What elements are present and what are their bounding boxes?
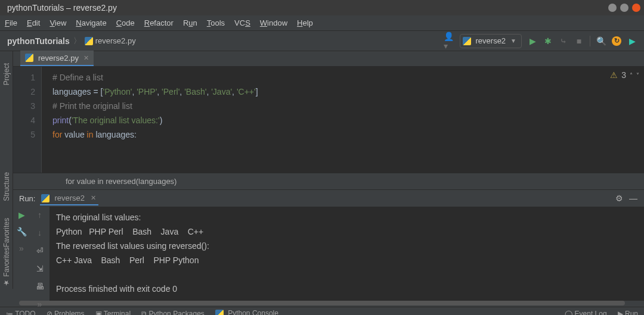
run-toolbar-left-2: ↑ ↓ ⏎ ⇲ 🖶 » <box>30 207 50 301</box>
inspection-widget[interactable]: ⚠ 3 ˄ ˅ <box>610 70 639 80</box>
run-toolbar-left: ▶ 🔧 » <box>13 207 30 301</box>
menu-run[interactable]: Run <box>183 18 197 27</box>
down-icon[interactable]: ↓ <box>35 228 45 238</box>
menu-bar: File Edit View Navigate Code Refactor Ru… <box>0 15 644 31</box>
warning-icon: ⚠ <box>610 70 618 80</box>
breadcrumbs-context[interactable]: for value in reversed(languages) <box>13 173 644 189</box>
more-icon[interactable]: » <box>17 244 26 253</box>
chevron-down-icon: ▼ <box>510 38 516 44</box>
run-header: Run: reverse2✕ ⚙ — <box>13 190 644 207</box>
breadcrumb: pythonTutorials 〉 reverse2.py <box>7 36 444 46</box>
chevron-up-icon[interactable]: ˄ <box>630 72 633 79</box>
breadcrumb-project[interactable]: pythonTutorials <box>7 36 70 46</box>
print-icon[interactable]: 🖶 <box>35 282 45 291</box>
python-icon <box>41 194 49 202</box>
favorites-toolwindow-button[interactable]: ★ FavoritesFavorites <box>2 218 11 287</box>
run-button-icon[interactable]: ▶ <box>528 36 537 46</box>
python-packages-toolwindow-button[interactable]: ⧉ Python Packages <box>141 310 205 316</box>
wrench-icon[interactable]: 🔧 <box>17 227 26 236</box>
navigation-bar: pythonTutorials 〉 reverse2.py 👤▾ reverse… <box>0 31 644 51</box>
run-config-name: reverse2 <box>476 36 506 45</box>
code-area[interactable]: 1 2 3 4 5 # Define a list languages = ['… <box>13 67 644 173</box>
problems-toolwindow-button[interactable]: ⊘ Problems <box>47 310 85 316</box>
toolbar-right: 👤▾ reverse2 ▼ ▶ ✱ ⤷ ■ 🔍 ↻ ▶ <box>444 34 637 48</box>
breadcrumb-sep-icon: 〉 <box>73 36 81 46</box>
softwrap-icon[interactable]: ⏎ <box>35 246 45 255</box>
settings-icon[interactable]: ⚙ <box>614 194 624 203</box>
run-label: Run: <box>19 194 35 203</box>
code-lines[interactable]: # Define a list languages = ['Python', '… <box>42 67 644 173</box>
coverage-button-icon[interactable]: ⤷ <box>559 36 568 46</box>
menu-help[interactable]: Help <box>297 18 313 27</box>
horizontal-scrollbar[interactable] <box>19 301 625 305</box>
window-title: pythonTutorials – reverse2.py <box>4 3 605 13</box>
menu-edit[interactable]: Edit <box>27 18 40 27</box>
left-tool-stripe-bottom: Structure ★ FavoritesFavorites <box>0 170 13 289</box>
run-tab[interactable]: reverse2✕ <box>40 191 98 205</box>
more-icon-2[interactable]: » <box>35 300 45 309</box>
python-icon <box>215 310 224 315</box>
bottom-tool-stripe: ≔ TODO ⊘ Problems ▣ Terminal ⧉ Python Pa… <box>0 307 644 315</box>
menu-navigate[interactable]: Navigate <box>76 18 106 27</box>
line-number-gutter: 1 2 3 4 5 <box>13 67 42 173</box>
python-file-icon <box>85 37 93 45</box>
terminal-toolwindow-button[interactable]: ▣ Terminal <box>95 310 131 316</box>
breadcrumb-file[interactable]: reverse2.py <box>85 36 136 46</box>
structure-toolwindow-button[interactable]: Structure <box>2 172 11 201</box>
project-toolwindow-button[interactable]: Project <box>2 63 11 85</box>
close-tab-icon[interactable]: ✕ <box>83 54 89 62</box>
python-file-icon <box>25 54 33 62</box>
python-icon <box>463 37 471 45</box>
window-titlebar: pythonTutorials – reverse2.py <box>0 0 644 15</box>
event-log-button[interactable]: ◯ Event Log <box>565 310 606 316</box>
warning-count: 3 <box>621 70 626 80</box>
hide-panel-icon[interactable]: — <box>628 194 638 203</box>
minimize-button[interactable] <box>608 4 617 12</box>
menu-tools[interactable]: Tools <box>207 18 225 27</box>
scroll-end-icon[interactable]: ⇲ <box>35 264 45 273</box>
editor: reverse2.py ✕ 1 2 3 4 5 # Define a list … <box>13 51 644 189</box>
editor-tab-label: reverse2.py <box>38 54 79 63</box>
run-toolwindow-button[interactable]: ▶ Run <box>618 310 638 316</box>
left-tool-stripe: Project <box>0 51 13 189</box>
separator <box>590 36 590 46</box>
run-body: ▶ 🔧 » ↑ ↓ ⏎ ⇲ 🖶 » The original list valu… <box>13 207 644 301</box>
ide-update-icon[interactable]: ↻ <box>612 36 621 46</box>
run-config-selector[interactable]: reverse2 ▼ <box>460 34 522 48</box>
todo-toolwindow-button[interactable]: ≔ TODO <box>6 310 36 316</box>
codewithme-icon[interactable]: ▶ <box>627 36 637 46</box>
editor-tabs: reverse2.py ✕ <box>13 51 644 67</box>
menu-vcs[interactable]: VCS <box>234 18 250 27</box>
run-tool-window: Run: reverse2✕ ⚙ — ▶ 🔧 » ↑ ↓ ⏎ ⇲ 🖶 » The… <box>13 189 644 305</box>
up-icon[interactable]: ↑ <box>35 210 45 220</box>
python-console-toolwindow-button[interactable]: Python Console <box>215 309 278 315</box>
menu-code[interactable]: Code <box>116 18 135 27</box>
add-user-icon[interactable]: 👤▾ <box>444 36 454 46</box>
stop-button-icon[interactable]: ■ <box>574 36 584 46</box>
console-output[interactable]: The original list values: Python PHP Per… <box>50 207 644 301</box>
menu-file[interactable]: File <box>5 18 17 27</box>
chevron-down-icon[interactable]: ˅ <box>636 72 639 79</box>
menu-window[interactable]: Window <box>260 18 287 27</box>
maximize-button[interactable] <box>620 4 628 12</box>
close-window-button[interactable] <box>632 4 640 12</box>
debug-button-icon[interactable]: ✱ <box>543 36 553 46</box>
menu-refactor[interactable]: Refactor <box>144 18 174 27</box>
menu-view[interactable]: View <box>49 18 66 27</box>
editor-area: Project reverse2.py ✕ 1 2 3 4 5 # Define… <box>0 51 644 189</box>
search-icon[interactable]: 🔍 <box>596 36 606 46</box>
close-runtab-icon[interactable]: ✕ <box>91 194 96 202</box>
rerun-icon[interactable]: ▶ <box>17 210 26 220</box>
editor-tab-reverse2[interactable]: reverse2.py ✕ <box>20 51 94 66</box>
